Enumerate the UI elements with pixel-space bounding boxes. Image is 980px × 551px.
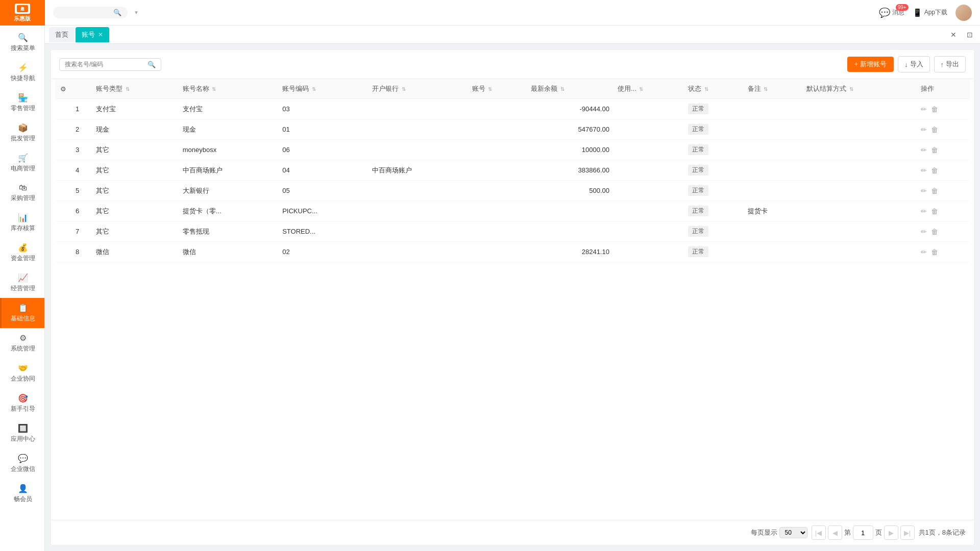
logo-text: 乐惠版 (14, 15, 31, 22)
cell-bank (368, 201, 468, 221)
th-bank[interactable]: 开户银行 ⇅ (368, 79, 468, 99)
app-icon: 📱 (913, 8, 922, 17)
table-row: 7 其它 零售抵现 STORED... 正常 ✏ 🗑 (55, 221, 970, 242)
sidebar-label-retail-mgmt: 零售管理 (11, 104, 35, 113)
edit-icon[interactable]: ✏ (921, 248, 927, 256)
sidebar-item-member[interactable]: 👤畅会员 (0, 479, 44, 509)
edit-icon[interactable]: ✏ (921, 228, 927, 236)
tab-close-all[interactable]: ✕ (947, 29, 960, 41)
th-status[interactable]: 状态 ⇅ (684, 79, 743, 99)
page-prev-btn[interactable]: ◀ (828, 525, 842, 540)
sidebar-item-finance-mgmt[interactable]: 💰资金管理 (0, 238, 44, 268)
sidebar-item-enterprise-agreement[interactable]: 🤝企业协同 (0, 358, 44, 388)
cell-default-settlement (802, 160, 917, 181)
th-type[interactable]: 账号类型 ⇅ (92, 79, 179, 99)
sidebar-item-wholesale-mgmt[interactable]: 📦批发管理 (0, 118, 44, 148)
sidebar-item-purchase-mgmt[interactable]: 🛍采购管理 (0, 178, 44, 208)
cell-type: 其它 (92, 201, 179, 221)
topbar-dropdown-icon[interactable]: ▼ (134, 10, 139, 15)
account-search-input[interactable] (65, 61, 144, 68)
edit-icon[interactable]: ✏ (921, 105, 927, 113)
sidebar-item-inventory[interactable]: 📊库存核算 (0, 208, 44, 238)
page-number-input[interactable] (853, 525, 873, 540)
cell-operations: ✏ 🗑 (917, 140, 970, 160)
sidebar-item-search-menu[interactable]: 🔍搜索菜单 (0, 28, 44, 58)
cell-balance: 547670.00 (527, 119, 614, 140)
per-page-select[interactable]: 50 20 100 (779, 527, 807, 538)
page-last-btn[interactable]: ▶| (900, 525, 915, 540)
cell-operations: ✏ 🗑 (917, 201, 970, 221)
status-badge: 正常 (688, 104, 708, 114)
delete-icon[interactable]: 🗑 (931, 207, 938, 215)
sidebar-label-operations-mgmt: 经营管理 (11, 284, 35, 293)
edit-icon[interactable]: ✏ (921, 207, 927, 215)
sidebar-item-basic-info[interactable]: 📋基础信息 (0, 298, 44, 328)
sidebar-item-new-guide[interactable]: 🎯新手引导 (0, 388, 44, 418)
th-remark[interactable]: 备注 ⇅ (744, 79, 803, 99)
sidebar-label-search-menu: 搜索菜单 (11, 44, 35, 53)
delete-icon[interactable]: 🗑 (931, 228, 938, 236)
sidebar-label-enterprise-wechat: 企业微信 (11, 465, 35, 473)
sidebar-label-enterprise-agreement: 企业协同 (11, 374, 35, 383)
th-account-no[interactable]: 账号 ⇅ (468, 79, 527, 99)
page-next-btn[interactable]: ▶ (884, 525, 898, 540)
th-code[interactable]: 账号编码 ⇅ (278, 79, 368, 99)
cell-status: 正常 (684, 160, 743, 181)
topbar-search-input[interactable] (59, 9, 110, 16)
th-name[interactable]: 账号名称 ⇅ (179, 79, 278, 99)
export-button[interactable]: ↑ 导出 (934, 56, 966, 72)
tab-maximize[interactable]: ⊡ (964, 29, 976, 41)
cell-status: 正常 (684, 201, 743, 221)
table-header: ⚙ 账号类型 ⇅ 账号名称 ⇅ 账号编码 ⇅ 开户银行 ⇅ 账号 ⇅ 最新余额 … (55, 79, 970, 99)
app-download-button[interactable]: 📱 App下载 (913, 8, 947, 17)
edit-icon[interactable]: ✏ (921, 126, 927, 134)
delete-icon[interactable]: 🗑 (931, 248, 938, 256)
cell-index: 8 (71, 242, 92, 262)
edit-icon[interactable]: ✏ (921, 146, 927, 154)
delete-icon[interactable]: 🗑 (931, 126, 938, 134)
sidebar-label-app-center: 应用中心 (11, 435, 35, 443)
tab-account[interactable]: 账号 ✕ (76, 27, 109, 42)
sidebar-item-system-mgmt[interactable]: ⚙系统管理 (0, 328, 44, 358)
sidebar-icon-inventory: 📊 (18, 213, 28, 222)
add-account-button[interactable]: + 新增账号 (847, 57, 894, 72)
cell-status: 正常 (684, 181, 743, 201)
tab-home[interactable]: 首页 (49, 27, 75, 42)
user-avatar[interactable] (955, 5, 972, 21)
sidebar-item-quick-nav[interactable]: ⚡快捷导航 (0, 58, 44, 88)
sidebar-icon-app-center: 🔲 (18, 423, 28, 433)
sidebar-icon-enterprise-wechat: 💬 (18, 454, 28, 463)
delete-icon[interactable]: 🗑 (931, 187, 938, 195)
cell-default-settlement (802, 201, 917, 221)
cell-settings (55, 201, 71, 221)
svg-text:趣: 趣 (20, 7, 24, 11)
th-default-settlement[interactable]: 默认结算方式 ⇅ (802, 79, 917, 99)
message-button[interactable]: 💬 消息 99+ (879, 7, 904, 18)
sidebar-item-app-center[interactable]: 🔲应用中心 (0, 418, 44, 448)
sidebar-icon-system-mgmt: ⚙ (19, 333, 27, 343)
delete-icon[interactable]: 🗑 (931, 105, 938, 113)
status-badge: 正常 (688, 226, 708, 237)
toolbar-left: 🔍 (59, 58, 161, 71)
edit-icon[interactable]: ✏ (921, 166, 927, 174)
export-icon: ↑ (941, 61, 944, 68)
th-usage[interactable]: 使用... ⇅ (614, 79, 684, 99)
th-settings[interactable]: ⚙ (55, 79, 71, 99)
topbar: 🔍 ▼ 💬 消息 99+ 📱 App下载 (45, 0, 980, 26)
cell-code: 01 (278, 119, 368, 140)
page-first-btn[interactable]: |◀ (812, 525, 826, 540)
th-balance[interactable]: 最新余额 ⇅ (527, 79, 614, 99)
delete-icon[interactable]: 🗑 (931, 146, 938, 154)
sidebar-item-ecommerce-mgmt[interactable]: 🛒电商管理 (0, 148, 44, 178)
account-search-box: 🔍 (59, 58, 161, 71)
cell-operations: ✏ 🗑 (917, 242, 970, 262)
edit-icon[interactable]: ✏ (921, 187, 927, 195)
sidebar-item-enterprise-wechat[interactable]: 💬企业微信 (0, 448, 44, 479)
content-panel: 🔍 + 新增账号 ↓ 导入 ↑ 导出 (51, 50, 974, 545)
sidebar-item-operations-mgmt[interactable]: 📈经营管理 (0, 268, 44, 298)
sidebar-icon-enterprise-agreement: 🤝 (18, 363, 28, 373)
sidebar-item-retail-mgmt[interactable]: 🏪零售管理 (0, 88, 44, 118)
tab-account-close[interactable]: ✕ (98, 32, 103, 38)
delete-icon[interactable]: 🗑 (931, 166, 938, 174)
import-button[interactable]: ↓ 导入 (898, 56, 930, 72)
